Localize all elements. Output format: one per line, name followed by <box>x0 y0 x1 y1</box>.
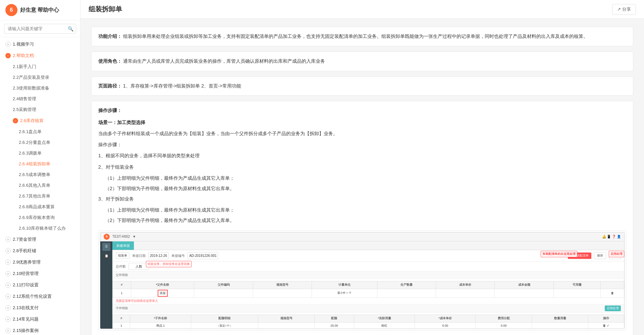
sidebar-item-label: 2.帮助文档 <box>13 53 34 59</box>
page-title: 组装拆卸单 <box>89 5 122 14</box>
mock-parent-name[interactable]: 床架 <box>158 290 168 297</box>
main-content: 组装拆卸单 ↗ 分享 功能介绍： 组装拆卸单用来处理企业组装或拆卸等加工业务，支… <box>80 0 644 335</box>
mock-date-value: 2019-12-26 <box>148 252 169 259</box>
mock-child-btn1[interactable]: 启用处理 <box>605 305 621 311</box>
mock-child-th-avail: 数量用量 <box>532 315 588 322</box>
sidebar-item-video[interactable]: + 1.视频学习 <box>0 39 80 50</box>
collapse-icon: − <box>13 118 18 123</box>
sidebar-item-sales[interactable]: 2.4销售管理 <box>0 94 80 104</box>
mock-child-th-ops: 操作 <box>588 315 624 322</box>
search-input[interactable] <box>4 24 76 34</box>
sidebar-sub-transfer[interactable]: 2.6.3调拨单 <box>0 148 80 159</box>
mock-th-amount: 成本金额 <box>495 281 553 289</box>
step2-2: （2）下部明细为子件明细，最终作为原材料生成其它出库单。 <box>98 184 626 193</box>
mock-confirm-btn[interactable]: 保存 <box>594 252 606 259</box>
sidebar-item-data-prep[interactable]: 2.3使用前数据准备 <box>0 83 80 94</box>
sidebar-sub-inventory-count[interactable]: 2.6.1盘点单 <box>0 126 80 137</box>
sidebar-item-mobile[interactable]: + 2.8手机旺铺 <box>0 245 80 257</box>
sidebar-item-payment[interactable]: + 2.13在线支付 <box>0 302 80 314</box>
search-box: 🔍 <box>0 20 80 37</box>
sidebar-item-purchase[interactable]: 2.5采购管理 <box>0 104 80 115</box>
sidebar-item-coupon[interactable]: + 2.9优惠券管理 <box>0 257 80 268</box>
mock-qty-total-label: 总件数 <box>116 264 126 269</box>
mock-parent-header: 父件明细 <box>116 273 128 278</box>
mock-code-label: 单据编号 <box>171 253 185 259</box>
mock-type-select[interactable]: 组装单 <box>116 253 129 259</box>
sidebar-sub-other-out[interactable]: 2.6.7其他出库单 <box>0 191 80 202</box>
mock-th-spec: 规格型号 <box>253 281 312 289</box>
sidebar-item-help[interactable]: − 2.帮助文档 <box>0 50 80 61</box>
collapse-icon: − <box>5 53 11 58</box>
ops-block: 操作步骤： 场景一：加工类型选择 当由多个子件材料组装成一个成品的业务为【组装】… <box>91 101 633 335</box>
expand-icon: + <box>5 294 11 299</box>
expand-icon: + <box>5 248 11 254</box>
mock-child-th-num: # <box>113 315 130 322</box>
sidebar-item-label: 2.12系统个性化设置 <box>13 293 52 299</box>
search-button[interactable]: 🔍 <box>68 26 73 32</box>
mock-child-header: 子件明细 <box>116 306 128 311</box>
sidebar-sub-cost-recalc[interactable]: 2.6.8商品成本重算 <box>0 202 80 212</box>
func-intro-text: 组装拆卸单用来处理企业组装或拆卸等加工业务，支持有固定装配清单的产品加工业务，也… <box>123 34 588 39</box>
mock-th-num: # <box>113 281 131 289</box>
sidebar-item-label: 2.15操作案例 <box>13 328 39 334</box>
sidebar-sub-cost-adjust[interactable]: 2.6.5成本调整单 <box>0 169 80 180</box>
expand-icon: + <box>5 282 11 288</box>
role-label: 使用角色： <box>98 58 122 64</box>
sidebar-item-label: 2.9优惠券管理 <box>13 259 41 265</box>
sidebar-sub-ledger-query[interactable]: 2.6.9库存账本查询 <box>0 212 80 223</box>
content-area: 功能介绍： 组装拆卸单用来处理企业组装或拆卸等加工业务，支持有固定装配清单的产品… <box>80 19 644 335</box>
path-label: 页面路径： <box>98 83 122 89</box>
share-button[interactable]: ↗ 分享 <box>612 4 636 15</box>
sidebar-item-cases[interactable]: + 2.15操作案例 <box>0 325 80 335</box>
expand-icon: + <box>5 271 11 276</box>
mock-th-avail: 可用量 <box>553 281 600 289</box>
sidebar-item-personalize[interactable]: + 2.12系统个性化设置 <box>0 291 80 302</box>
ops-heading: 操作步骤： <box>98 107 626 115</box>
sidebar-item-print[interactable]: + 2.11打印设置 <box>0 279 80 291</box>
mock-child-row1: 1商品 1（暂定+个）25.00粉红0.000.00🗑 ✓ <box>113 322 624 328</box>
sidebar-item-label: 2.8手机旺铺 <box>13 248 36 254</box>
mock-th-cost: 成本单价 <box>436 281 495 289</box>
sidebar-item-ops[interactable]: + 2.10经营管理 <box>0 268 80 279</box>
sidebar-sub-assembly[interactable]: 2.6.4组装拆卸单 <box>0 159 80 169</box>
mock-tab-new[interactable]: 新建单据 <box>112 241 134 250</box>
func-intro-label: 功能介绍： <box>98 34 122 39</box>
share-icon: ↗ <box>617 7 621 12</box>
screenshot-container: 6 TEST-H002 ▼ 🔔 📱 ❓ 👤 ☰ 📋 <box>98 230 626 331</box>
share-label: 分享 <box>622 6 631 12</box>
sidebar-item-inventory[interactable]: − 2.6库存核算 <box>0 115 80 126</box>
mock-th-count: 生产数量 <box>377 281 436 289</box>
mock-th-name: *父件名称 <box>131 281 194 289</box>
sidebar-item-install[interactable]: 2.2产品安装及登录 <box>0 72 80 83</box>
scene1-desc: 当由多个子件材料组装成一个成品的业务为【组装】业务，当由一个父件拆分成多个子产品… <box>98 129 626 138</box>
mock-child-th-spec: 规格型号 <box>258 315 315 322</box>
mock-child-th-bom: 配额明细 <box>191 315 258 322</box>
expand-icon: + <box>5 237 11 242</box>
expand-icon: + <box>5 305 11 311</box>
mock-th-qty: 计量单位 <box>312 281 377 289</box>
annotation-5: 无固定清单可以组装在这里录入 <box>112 298 624 304</box>
sidebar-item-label: 1.视频学习 <box>13 41 34 47</box>
sidebar-item-label: 2.14常见问题 <box>13 316 39 322</box>
mock-th-action <box>600 281 624 289</box>
mock-date-label: 单据日期 <box>132 253 146 259</box>
sidebar-item-beginner[interactable]: 2.1新手入门 <box>0 61 80 72</box>
expand-icon: + <box>5 317 11 322</box>
sidebar-sub-other-in[interactable]: 2.6.6其他入库单 <box>0 180 80 191</box>
sidebar-sub-ledger-error[interactable]: 2.6.10库存账本错了么办 <box>0 223 80 234</box>
ops-steps-label: 操作步骤： <box>98 141 626 149</box>
sidebar-item-finance[interactable]: + 2.7资金管理 <box>0 234 80 245</box>
sidebar-sub-inventory-split[interactable]: 2.6.2分量盘点单 <box>0 137 80 148</box>
sidebar-item-label: 2.7资金管理 <box>13 236 36 242</box>
mock-child-th-qty: 配额 <box>315 315 354 322</box>
mock-child-th-cost: *成本单价 <box>415 315 476 322</box>
path-block: 页面路径： 1、库存核算->库存管理->组装拆卸单 2、首页->常用功能 <box>91 76 633 96</box>
expand-icon: + <box>5 260 11 265</box>
mock-topbar: 6 TEST-H002 ▼ 🔔 📱 ❓ 👤 <box>100 232 624 241</box>
step3-1: （1）上部明细为父件明细，最终作为原材料生成其它出库单； <box>98 206 626 214</box>
step3-2: （2）下部明细为子件明细，最终作为产成品生成其它入库单。 <box>98 216 626 225</box>
sidebar: 6 好生意 帮助中心 🔍 + 1.视频学习 − 2.帮助文档 2.1新手入门 2… <box>0 0 80 335</box>
step2: 2、对于组装业务 <box>98 163 626 171</box>
sidebar-item-faq[interactable]: + 2.14常见问题 <box>0 314 80 325</box>
logo-text: 好生意 帮助中心 <box>20 7 59 14</box>
